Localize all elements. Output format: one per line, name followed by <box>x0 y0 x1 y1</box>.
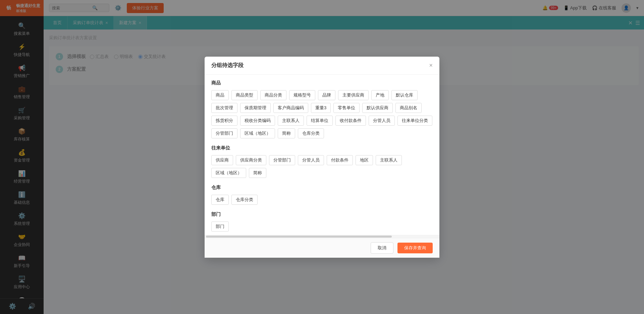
field-tag[interactable]: 供应商 <box>211 155 233 165</box>
modal-title: 分组待选字段 <box>211 62 244 69</box>
field-tag[interactable]: 部门 <box>211 222 229 232</box>
field-tag[interactable]: 仓库分类 <box>231 195 258 205</box>
field-tag[interactable]: 商品类型 <box>231 90 258 100</box>
hscroll-bar <box>206 236 392 238</box>
field-tag[interactable]: 简称 <box>278 128 295 138</box>
field-tags-goods: 商品商品类型商品分类规格型号品牌主要供应商产地默认仓库批次管理保质期管理客户商品… <box>211 90 433 138</box>
field-tag[interactable]: 区域（地区） <box>211 168 246 178</box>
field-tags-warehouse: 仓库仓库分类 <box>211 195 433 205</box>
field-tag[interactable]: 保质期管理 <box>240 103 271 113</box>
field-tag[interactable]: 商品 <box>211 90 229 100</box>
field-tag[interactable]: 分管部门 <box>269 155 295 165</box>
field-tag[interactable]: 仓库 <box>211 195 229 205</box>
field-tag[interactable]: 分管部门 <box>211 128 237 138</box>
field-section-partner: 往来单位供应商供应商分类分管部门分管人员付款条件地区主联系人区域（地区）简称 <box>211 145 433 178</box>
field-tag[interactable]: 仓库分类 <box>298 128 324 138</box>
field-tag[interactable]: 分管人员 <box>298 155 324 165</box>
field-section-warehouse: 仓库仓库仓库分类 <box>211 185 433 205</box>
field-tag[interactable]: 区域（地区） <box>240 128 275 138</box>
modal-footer: 取消 保存并查询 <box>205 238 439 258</box>
section-title-goods: 商品 <box>211 80 433 86</box>
section-title-partner: 往来单位 <box>211 145 433 151</box>
field-tag[interactable]: 简称 <box>249 168 266 178</box>
modal: 分组待选字段 × 商品商品商品类型商品分类规格型号品牌主要供应商产地默认仓库批次… <box>205 57 439 258</box>
field-tag[interactable]: 客户商品编码 <box>273 103 308 113</box>
field-tag[interactable]: 批次管理 <box>211 103 237 113</box>
section-title-department: 部门 <box>211 211 433 217</box>
section-title-warehouse: 仓库 <box>211 185 433 191</box>
field-tag[interactable]: 规格型号 <box>289 90 315 100</box>
field-tag[interactable]: 供应商分类 <box>236 155 266 165</box>
field-tag[interactable]: 品牌 <box>318 90 335 100</box>
field-section-goods: 商品商品商品类型商品分类规格型号品牌主要供应商产地默认仓库批次管理保质期管理客户… <box>211 80 433 138</box>
field-tag[interactable]: 税收分类编码 <box>240 116 275 126</box>
modal-overlay: 分组待选字段 × 商品商品商品类型商品分类规格型号品牌主要供应商产地默认仓库批次… <box>0 0 644 314</box>
field-tags-department: 部门 <box>211 222 433 232</box>
field-tag[interactable]: 拣货积分 <box>211 116 237 126</box>
field-tag[interactable]: 结算单位 <box>307 116 333 126</box>
field-tag[interactable]: 主联系人 <box>376 155 402 165</box>
field-tag[interactable]: 重量3 <box>311 103 331 113</box>
modal-close-icon[interactable]: × <box>429 62 433 69</box>
field-tag[interactable]: 主联系人 <box>278 116 304 126</box>
field-tag[interactable]: 往来单位分类 <box>397 116 432 126</box>
field-tag[interactable]: 商品别名 <box>395 103 422 113</box>
field-tag[interactable]: 默认仓库 <box>391 90 418 100</box>
field-tags-partner: 供应商供应商分类分管部门分管人员付款条件地区主联系人区域（地区）简称 <box>211 155 433 178</box>
field-tag[interactable]: 付款条件 <box>327 155 353 165</box>
field-tag[interactable]: 商品分类 <box>260 90 286 100</box>
field-tag[interactable]: 收付款条件 <box>335 116 366 126</box>
field-tag[interactable]: 分管人员 <box>369 116 395 126</box>
field-tag[interactable]: 主要供应商 <box>338 90 369 100</box>
field-tag[interactable]: 产地 <box>371 90 389 100</box>
modal-header: 分组待选字段 × <box>205 57 439 75</box>
field-tag[interactable]: 零售单位 <box>333 103 360 113</box>
save-button[interactable]: 保存并查询 <box>397 243 433 253</box>
field-section-department: 部门部门 <box>211 211 433 232</box>
modal-hscroll[interactable] <box>205 235 439 238</box>
modal-body: 商品商品商品类型商品分类规格型号品牌主要供应商产地默认仓库批次管理保质期管理客户… <box>205 75 439 235</box>
field-tag[interactable]: 默认供应商 <box>362 103 393 113</box>
cancel-button[interactable]: 取消 <box>371 242 393 254</box>
field-tag[interactable]: 地区 <box>356 155 373 165</box>
